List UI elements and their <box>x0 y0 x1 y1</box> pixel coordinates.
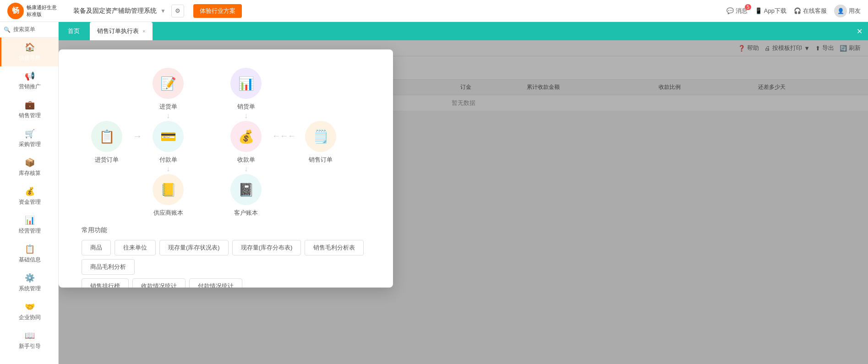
btn-receipt-stats[interactable]: 收款情况统计 <box>132 278 186 288</box>
tab-home[interactable]: 首页 <box>59 22 89 40</box>
gear-button[interactable]: ⚙ <box>171 5 184 17</box>
flow-node-receipt[interactable]: 💰 收款单 <box>221 121 271 164</box>
flow-node-payment[interactable]: 💳 付款单 <box>143 121 193 164</box>
avatar: 👤 <box>834 5 847 17</box>
window-close-button[interactable]: ✕ <box>857 27 863 36</box>
sidebar-item-marketing[interactable]: 📢 营销推广 <box>0 66 58 95</box>
payment-icon: 💳 <box>153 121 184 152</box>
btn-stock-status[interactable]: 现存量(库存状况表) <box>159 240 229 255</box>
purchase-icon: 🛒 <box>25 129 35 139</box>
sidebar-item-sales[interactable]: 💼 销售管理 <box>0 95 58 124</box>
newbie-icon: 📖 <box>25 331 35 341</box>
user-menu[interactable]: 👤 用友 <box>834 5 861 17</box>
tab-close-icon[interactable]: × <box>142 28 145 34</box>
arrow-down-4: ↓ <box>244 165 248 173</box>
top-bar: 畅 畅康通好生意 标准版 装备及固定资产辅助管理系统 ▼ ⚙ 体验行业方案 💬 … <box>0 0 868 22</box>
flow-row-1: 📋 进货订单 → 📝 进货单 <box>72 63 379 222</box>
main-area: 🔍 搜索菜单 🏠 快捷导航 📢 营销推广 💼 销售管理 🛒 采购管理 📦 <box>0 22 868 364</box>
tab-sales-order[interactable]: 销售订单执行表 × <box>90 22 153 40</box>
flow-node-supplier-ledger[interactable]: 📒 供应商账本 <box>143 174 193 217</box>
flow-col-sales: 📊 销货单 ↓ 💰 收款单 ↓ 📓 <box>221 68 271 217</box>
flow-node-sales-order[interactable]: 🗒️ 销售订单 <box>295 121 346 164</box>
inventory-icon: 📦 <box>25 158 35 168</box>
sidebar-item-inventory[interactable]: 📦 库存核算 <box>0 153 58 182</box>
purchase-bill-icon: 📝 <box>153 68 184 99</box>
sidebar-item-operations[interactable]: 📊 经营管理 <box>0 211 58 239</box>
flow-col-purchase: 📝 进货单 ↓ 💳 付款单 ↓ 📒 <box>143 68 193 217</box>
modal-box: 📋 进货订单 → 📝 进货单 <box>59 49 393 288</box>
message-badge: 5 <box>745 4 751 10</box>
app-wrapper: 畅 畅康通好生意 标准版 装备及固定资产辅助管理系统 ▼ ⚙ 体验行业方案 💬 … <box>0 0 868 364</box>
common-section: 常用功能 商品 往来单位 现存量(库存状况表) 现存量(库存分布表) 销售毛利分… <box>72 222 379 288</box>
sidebar-search[interactable]: 🔍 搜索菜单 <box>0 22 58 38</box>
online-service-button[interactable]: 🎧 在线客服 <box>794 7 827 15</box>
top-right-area: 💬 消息 5 📱 App下载 🎧 在线客服 👤 用友 <box>726 5 861 17</box>
message-icon: 💬 <box>726 7 734 14</box>
btn-product-profit[interactable]: 商品毛利分析 <box>82 259 135 275</box>
btn-product[interactable]: 商品 <box>82 240 111 255</box>
logo-text: 畅康通好生意 标准版 <box>27 4 57 17</box>
phone-icon: 📱 <box>755 7 762 14</box>
sales-order-label: 销售订单 <box>309 156 333 164</box>
receipt-icon: 💰 <box>230 121 262 152</box>
common-functions-title: 常用功能 <box>82 226 370 234</box>
home-icon: 🏠 <box>25 42 35 52</box>
btn-sales-ranking[interactable]: 销售排行榜 <box>82 278 129 288</box>
enterprise-icon: 🤝 <box>25 302 35 312</box>
supplier-ledger-icon: 📒 <box>153 174 184 205</box>
sidebar-item-basic-info[interactable]: 📋 基础信息 <box>0 239 58 268</box>
dashed-arrow: ← ← ← <box>272 131 295 141</box>
flow-node-customer-ledger[interactable]: 📓 客户账本 <box>221 174 271 217</box>
sidebar-item-enterprise[interactable]: 🤝 企业协同 <box>0 297 58 326</box>
tab-bar: 首页 销售订单执行表 × ✕ <box>59 22 868 40</box>
flow-node-purchase-bill[interactable]: 📝 进货单 <box>143 68 193 111</box>
basic-info-icon: 📋 <box>25 244 35 254</box>
main-content: ❓ 帮助 🖨 按模板打印 ▼ ⬆ 导出 🔄 刷新 <box>59 40 868 364</box>
customer-ledger-label: 客户账本 <box>234 209 258 217</box>
flow-node-sales-bill[interactable]: 📊 销货单 <box>221 68 271 111</box>
customer-ledger-icon: 📓 <box>230 174 262 205</box>
sales-order-icon: 🗒️ <box>305 121 336 152</box>
sidebar-item-purchase[interactable]: 🛒 采购管理 <box>0 124 58 153</box>
operations-icon: 📊 <box>25 215 35 225</box>
dropdown-arrow-icon[interactable]: ▼ <box>160 8 166 14</box>
common-btns-row1: 商品 往来单位 现存量(库存状况表) 现存量(库存分布表) 销售毛利分析表 商品… <box>82 240 370 275</box>
content-area: 首页 销售订单执行表 × ✕ ❓ 帮助 🖨 <box>59 22 868 364</box>
search-icon: 🔍 <box>4 27 11 33</box>
arrow-down-3: ↓ <box>244 112 248 120</box>
sales-icon: 💼 <box>25 100 35 110</box>
modal-overlay[interactable]: 📋 进货订单 → 📝 进货单 <box>59 40 868 364</box>
system-icon: ⚙️ <box>25 273 35 283</box>
system-title: 装备及固定资产辅助管理系统 ▼ ⚙ 体验行业方案 <box>73 4 726 18</box>
system-name: 装备及固定资产辅助管理系统 <box>73 7 157 15</box>
sales-bill-label: 销货单 <box>237 103 255 111</box>
receipt-label: 收款单 <box>237 156 255 164</box>
sidebar-item-finance[interactable]: 💰 资金管理 <box>0 182 58 211</box>
sidebar-item-system[interactable]: ⚙️ 系统管理 <box>0 268 58 297</box>
btn-partner[interactable]: 往来单位 <box>115 240 156 255</box>
sidebar: 🔍 搜索菜单 🏠 快捷导航 📢 营销推广 💼 销售管理 🛒 采购管理 📦 <box>0 22 59 364</box>
purchase-order-label: 进货订单 <box>95 156 119 164</box>
arrow-down-1: ↓ <box>166 112 170 120</box>
experience-button[interactable]: 体验行业方案 <box>193 4 242 18</box>
headset-icon: 🎧 <box>794 7 801 14</box>
btn-stock-dist[interactable]: 现存量(库存分布表) <box>232 240 301 255</box>
supplier-ledger-label: 供应商账本 <box>153 209 183 217</box>
btn-payment-stats[interactable]: 付款情况统计 <box>189 278 242 288</box>
message-button[interactable]: 💬 消息 5 <box>726 7 748 15</box>
sales-bill-icon: 📊 <box>230 68 262 99</box>
btn-sales-profit[interactable]: 销售毛利分析表 <box>305 240 364 255</box>
tab-right: ✕ <box>857 27 868 36</box>
finance-icon: 💰 <box>25 186 35 196</box>
app-download-button[interactable]: 📱 App下载 <box>755 7 786 15</box>
payment-label: 付款单 <box>159 156 177 164</box>
arrow-1: → <box>133 131 142 141</box>
flow-col-sales-order: 🗒️ 销售订单 <box>295 121 346 164</box>
flow-node-purchase-order[interactable]: 📋 进货订单 <box>82 121 132 164</box>
flow-col-purchase-order: 📋 进货订单 <box>82 121 132 164</box>
logo-icon: 畅 <box>7 3 24 19</box>
sidebar-item-newbie[interactable]: 📖 新手引导 <box>0 326 58 355</box>
common-btns-row2: 销售排行榜 收款情况统计 付款情况统计 <box>82 278 370 288</box>
sidebar-item-quick-nav[interactable]: 🏠 快捷导航 <box>0 38 58 66</box>
logo-area: 畅 畅康通好生意 标准版 <box>7 3 66 19</box>
